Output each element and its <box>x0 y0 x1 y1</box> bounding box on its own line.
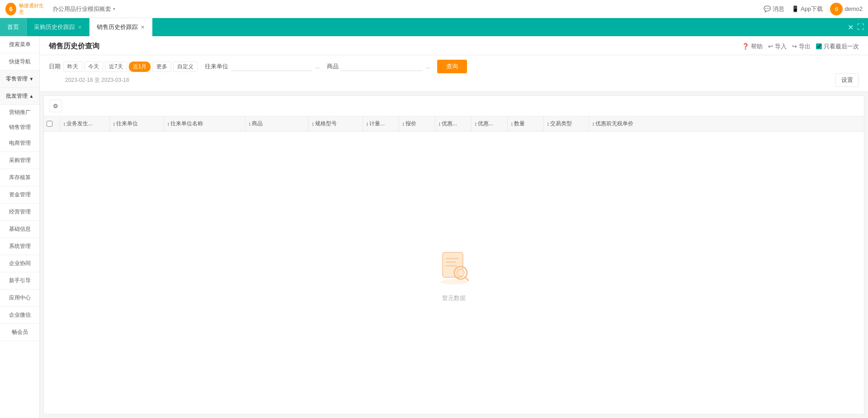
tabbar-actions: ✕ ⛶ <box>848 18 868 36</box>
goods-input[interactable] <box>341 62 423 71</box>
th-biz-date: ↕ 业务发生... <box>60 116 110 131</box>
filter-section: 日期 昨天 今天 近7天 近1月 更多 自定义 往来单位 ... <box>40 55 868 92</box>
th-no-tax-text: 优惠前无税单价 <box>595 120 633 128</box>
date-btn-yesterday[interactable]: 昨天 <box>63 62 82 72</box>
svg-rect-3 <box>446 261 456 263</box>
sidebar-item-app-center[interactable]: 应用中心 <box>0 290 39 307</box>
sidebar-item-ecommerce[interactable]: 电商管理 <box>0 135 39 152</box>
date-btn-custom[interactable]: 自定义 <box>173 62 198 72</box>
sidebar-item-inventory[interactable]: 库存核算 <box>0 169 39 186</box>
sidebar-item-operations[interactable]: 经营管理 <box>0 204 39 221</box>
date-btn-7days[interactable]: 近7天 <box>105 62 127 72</box>
marketing-label: 营销推广 <box>9 109 31 115</box>
th-qty-sort-icon: ↕ <box>510 121 513 127</box>
th-trade-sort-icon: ↕ <box>547 121 549 127</box>
sidebar-item-member[interactable]: 畅会员 <box>0 324 39 341</box>
user-avatar[interactable]: d demo2 <box>830 3 863 15</box>
svg-rect-4 <box>446 265 457 266</box>
unit-filter-group: 往来单位 ... <box>205 62 320 71</box>
select-all-checkbox[interactable] <box>47 121 52 127</box>
logo-area: 6 畅捷通好生意 <box>5 3 45 15</box>
svg-point-0 <box>440 279 467 285</box>
logo-icon: 6 <box>5 3 16 15</box>
svg-rect-2 <box>446 258 458 259</box>
app-download-action[interactable]: 📱 App下载 <box>792 5 823 13</box>
th-no-tax-price: ↕ 优惠前无税单价 <box>589 116 864 131</box>
date-btn-more[interactable]: 更多 <box>152 62 171 72</box>
retail-mgmt-label: 零售管理 <box>6 75 28 83</box>
sidebar-item-wholesale-mgmt[interactable]: 批发管理 ▲ <box>0 88 39 105</box>
sidebar-item-retail-mgmt[interactable]: 零售管理 ▼ <box>0 71 39 88</box>
tab-sales-history[interactable]: 销售历史价跟踪 ✕ <box>90 18 152 36</box>
close-tab-btn[interactable]: ✕ <box>848 23 854 32</box>
sidebar-item-enterprise-wechat[interactable]: 企业微信 <box>0 307 39 324</box>
workspace-selector[interactable]: 办公用品行业模拟账套 ▾ <box>49 5 119 13</box>
import-action[interactable]: ↩ 导入 <box>768 43 787 51</box>
search-menu-label: 搜索菜单 <box>9 41 31 48</box>
sidebar-item-finance[interactable]: 资金管理 <box>0 186 39 204</box>
empty-svg-icon <box>431 243 476 289</box>
export-action[interactable]: ↪ 导出 <box>792 43 811 51</box>
th-biz-date-label: ↕ <box>63 121 66 127</box>
goods-dots-icon[interactable]: ... <box>425 63 430 70</box>
page-header: 销售历史价查询 ❓ 帮助 ↩ 导入 ↪ 导出 只看最后一次 <box>40 36 868 55</box>
th-unit-name-sort-icon: ↕ <box>167 121 170 127</box>
tab-purchase-history-close-icon[interactable]: ✕ <box>78 24 82 30</box>
th-quote-sort-icon: ↕ <box>402 121 405 127</box>
sidebar-item-sales-mgmt[interactable]: 销售管理 <box>0 120 39 135</box>
sidebar-item-marketing[interactable]: 营销推广 <box>0 105 39 120</box>
sidebar-item-search-menu[interactable]: 搜索菜单 <box>0 36 39 53</box>
wholesale-mgmt-label: 批发管理 <box>6 92 28 100</box>
tab-purchase-history[interactable]: 采购历史价跟踪 ✕ <box>27 18 90 36</box>
empty-illustration <box>431 243 476 289</box>
operations-label: 经营管理 <box>9 209 31 215</box>
workspace-name: 办公用品行业模拟账套 <box>52 5 111 13</box>
sidebar-item-purchase[interactable]: 采购管理 <box>0 152 39 169</box>
date-filter-group: 日期 昨天 今天 近7天 近1月 更多 自定义 <box>49 62 198 72</box>
table-settings-icon[interactable]: ⚙ <box>49 100 62 112</box>
date-label: 日期 <box>49 62 61 71</box>
th-quote: ↕ 报价 <box>399 116 435 131</box>
unit-input[interactable] <box>231 62 312 71</box>
query-button[interactable]: 查询 <box>437 60 467 73</box>
sidebar-item-quick-nav[interactable]: 快捷导航 <box>0 53 39 71</box>
sidebar-item-enterprise-collab[interactable]: 企业协同 <box>0 255 39 272</box>
th-goods-text: 商品 <box>252 120 263 128</box>
page-header-actions: ❓ 帮助 ↩ 导入 ↪ 导出 只看最后一次 <box>742 43 859 51</box>
th-trade-type: ↕ 交易类型 <box>544 116 589 131</box>
help-action[interactable]: ❓ 帮助 <box>742 43 763 51</box>
purchase-label: 采购管理 <box>9 157 31 163</box>
sidebar-item-basic-info[interactable]: 基础信息 <box>0 221 39 238</box>
main-layout: 搜索菜单 快捷导航 零售管理 ▼ 批发管理 ▲ 营销推广 销售管理 电商管理 采… <box>0 36 868 418</box>
app-download-label: App下载 <box>801 5 823 13</box>
only-last-label: 只看最后一次 <box>824 43 859 51</box>
only-last-checkbox[interactable] <box>816 43 822 49</box>
th-qty-text: 数量 <box>514 120 525 128</box>
only-last-checkbox-label[interactable]: 只看最后一次 <box>816 43 859 51</box>
th-calc-unit: ↕ 计量... <box>363 116 399 131</box>
th-discount2-text: 优惠... <box>478 120 493 128</box>
phone-icon: 📱 <box>792 5 799 12</box>
enterprise-collab-label: 企业协同 <box>9 260 31 266</box>
settings-button[interactable]: 设置 <box>835 73 859 87</box>
page-title: 销售历史价查询 <box>49 42 99 51</box>
sidebar-item-newbie[interactable]: 新手引导 <box>0 272 39 290</box>
topbar-left: 6 畅捷通好生意 办公用品行业模拟账套 ▾ <box>5 3 119 15</box>
basic-info-label: 基础信息 <box>9 226 31 232</box>
date-btn-today[interactable]: 今天 <box>84 62 103 72</box>
username: demo2 <box>844 5 863 12</box>
message-action[interactable]: 💬 消息 <box>764 5 784 13</box>
tab-home[interactable]: 首页 <box>0 18 27 36</box>
maximize-btn[interactable]: ⛶ <box>857 23 864 31</box>
member-label: 畅会员 <box>12 329 28 335</box>
date-btn-1month[interactable]: 近1月 <box>129 62 151 72</box>
unit-dots-icon[interactable]: ... <box>315 63 320 70</box>
th-checkbox <box>44 117 60 130</box>
tab-home-label: 首页 <box>7 23 19 31</box>
export-label: 导出 <box>799 43 811 51</box>
svg-point-6 <box>457 269 464 276</box>
date-range-display: 2023-02-18 至 2023-03-18 <box>65 76 129 84</box>
th-spec-sort-icon: ↕ <box>311 121 314 127</box>
tab-sales-history-close-icon[interactable]: ✕ <box>141 24 145 30</box>
sidebar-item-system[interactable]: 系统管理 <box>0 238 39 255</box>
